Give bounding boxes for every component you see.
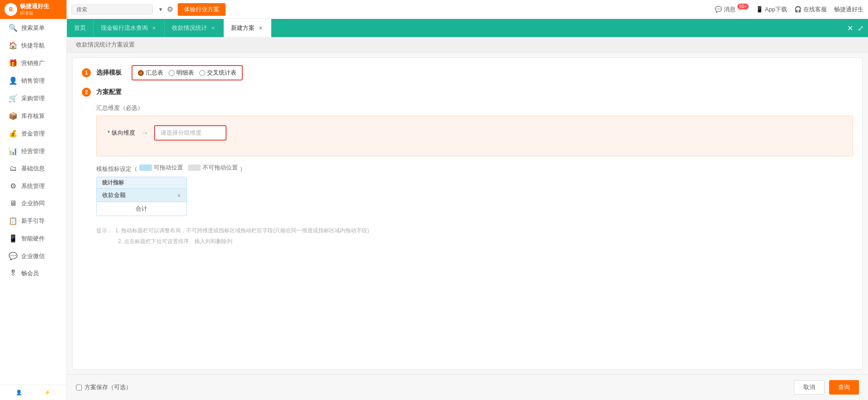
tip-prefix: 提示：: [96, 225, 113, 236]
step1-row: 1 选择模板 汇总表 明细表 交叉统计表: [82, 65, 853, 80]
trial-btn[interactable]: 体验行业方案: [178, 3, 226, 16]
online-service-btn[interactable]: 🎧 在线客服: [794, 5, 827, 14]
notif-label: 消息: [724, 5, 736, 14]
stats-box-item[interactable]: 收款金额 ∨: [97, 189, 186, 202]
close-window-icon[interactable]: ✕: [847, 24, 853, 33]
sidebar-item-smart-hardware[interactable]: 📱 智能硬件: [0, 230, 66, 247]
sidebar-label-sales: 销售管理: [21, 77, 45, 85]
member-icon: 🎖: [9, 269, 18, 278]
dimension-selector[interactable]: 请选择分组维度: [154, 125, 226, 141]
maximize-window-icon[interactable]: ⤢: [858, 24, 863, 33]
sidebar-item-quick-nav[interactable]: 🏠 快捷导航: [0, 37, 66, 54]
logo-text: 畅捷通好生: [20, 3, 49, 10]
service-icon: 🎧: [794, 6, 802, 13]
step1-badge: 1: [82, 68, 91, 77]
dimension-arrow-icon: →: [141, 128, 149, 138]
legend-fixed: 不可拖动位置: [188, 164, 238, 172]
sidebar-item-inventory[interactable]: 📦 库存核算: [0, 107, 66, 125]
sidebar-item-beginner-guide[interactable]: 📋 新手引导: [0, 212, 66, 230]
username-area[interactable]: 畅捷通好生: [834, 5, 863, 14]
sidebar-item-purchase[interactable]: 🛒 采购管理: [0, 89, 66, 107]
system-icon: ⚙: [9, 182, 18, 190]
tab-bar-actions: ✕ ⤢: [843, 19, 868, 37]
stats-box-header: 统计指标: [97, 177, 186, 189]
settings-icon[interactable]: ⚙: [167, 5, 173, 14]
bottom-actions: 取消 查询: [794, 380, 859, 395]
sidebar-item-finance[interactable]: 💰 资金管理: [0, 125, 66, 142]
radio-detail[interactable]: 明细表: [169, 69, 194, 77]
sidebar-label-enterprise-wechat: 企业微信: [21, 252, 45, 260]
tab-bank-flow-close-icon[interactable]: ✕: [151, 25, 157, 31]
sidebar-item-enterprise-wechat[interactable]: 💬 企业微信: [0, 247, 66, 265]
main-area: ▾ ⚙ 体验行业方案 💬 消息 99+ 📱 App下载 🎧 在线客服 畅捷通好生: [67, 0, 868, 400]
step2-row: 2 方案配置: [82, 88, 853, 97]
tab-bar: 首页 现金银行流水查询 ✕ 收款情况统计 ✕ 新建方案 ✕ ✕ ⤢: [67, 19, 868, 37]
sidebar-item-sales[interactable]: 👤 销售管理: [0, 72, 66, 89]
notification-btn[interactable]: 💬 消息 99+: [715, 5, 749, 14]
tab-home[interactable]: 首页: [67, 19, 94, 37]
tab-collection-stats[interactable]: 收款情况统计 ✕: [165, 19, 224, 37]
cancel-button[interactable]: 取消: [794, 380, 825, 395]
basic-info-icon: 🗂: [9, 165, 18, 173]
sidebar-item-system[interactable]: ⚙ 系统管理: [0, 177, 66, 195]
radio-summary-label: 汇总表: [146, 69, 163, 77]
sidebar-item-member[interactable]: 🎖 畅会员: [0, 265, 66, 282]
radio-summary-input[interactable]: [138, 70, 144, 76]
tab-collection-stats-close-icon[interactable]: ✕: [210, 25, 216, 31]
save-plan-checkbox-label[interactable]: 方案保存（可选）: [76, 383, 132, 391]
logo-icon: B: [5, 3, 17, 16]
content-area: 收款情况统计方案设置 1 选择模板 汇总表 明细表: [67, 37, 868, 400]
sidebar-label-quick-nav: 快捷导航: [21, 42, 45, 50]
app-download-btn[interactable]: 📱 App下载: [756, 5, 787, 14]
enterprise-wechat-icon: 💬: [9, 252, 18, 260]
top-header: ▾ ⚙ 体验行业方案 💬 消息 99+ 📱 App下载 🎧 在线客服 畅捷通好生: [67, 0, 868, 19]
logo-sub: 标准版: [20, 10, 49, 16]
sidebar-item-basic-info[interactable]: 🗂 基础信息: [0, 160, 66, 177]
sidebar-bottom-icon1[interactable]: 👤: [16, 390, 22, 395]
smart-hardware-icon: 📱: [9, 234, 18, 243]
sidebar-nav: 🔍 搜索菜单 🏠 快捷导航 🎁 营销推广 👤 销售管理 🛒 采购管理 📦 库存核…: [0, 19, 66, 385]
tip1-text: 1. 拖动标题栏可以调整布局，不可跨维度或指标区域拖动栏目字段(只能在同一维度或…: [115, 225, 369, 236]
subsection-dimension-title: 汇总维度（必选）: [96, 104, 853, 112]
form-section: 1 选择模板 汇总表 明细表 交叉统计表: [72, 57, 863, 370]
stats-box: 统计指标 收款金额 ∨ 合计: [96, 177, 187, 216]
sidebar-item-marketing[interactable]: 🎁 营销推广: [0, 54, 66, 72]
tab-new-plan-close-icon[interactable]: ✕: [257, 25, 264, 31]
page-title: 收款情况统计方案设置: [67, 37, 868, 53]
dropdown-chevron-icon[interactable]: ▾: [159, 6, 162, 13]
sidebar-label-basic-info: 基础信息: [21, 165, 45, 173]
radio-summary[interactable]: 汇总表: [138, 69, 163, 77]
sidebar-label-smart-hardware: 智能硬件: [21, 235, 45, 243]
tab-new-plan[interactable]: 新建方案 ✕: [224, 19, 271, 37]
tab-bank-flow-label: 现金银行流水查询: [101, 24, 148, 32]
fixed-label: 不可拖动位置: [203, 164, 238, 172]
search-menu-icon: 🔍: [9, 24, 18, 32]
sidebar-item-search-menu[interactable]: 🔍 搜索菜单: [0, 19, 66, 37]
radio-detail-input[interactable]: [169, 70, 175, 76]
radio-cross-label: 交叉统计表: [207, 69, 236, 77]
sidebar-item-enterprise-collab[interactable]: 🖥 企业协同: [0, 195, 66, 212]
subsection-dimension: 汇总维度（必选） * 纵向维度 → 请选择分组维度 模板指标设定（: [96, 104, 853, 247]
sales-icon: 👤: [9, 76, 18, 85]
step2-badge: 2: [82, 88, 91, 97]
header-right: 💬 消息 99+ 📱 App下载 🎧 在线客服 畅捷通好生: [715, 5, 863, 14]
sidebar-label-member: 畅会员: [21, 269, 39, 278]
stats-item-chevron-icon[interactable]: ∨: [177, 193, 181, 198]
radio-cross-input[interactable]: [199, 70, 205, 76]
sidebar-bottom-icon2[interactable]: ⚡: [44, 390, 51, 395]
tab-bank-flow[interactable]: 现金银行流水查询 ✕: [94, 19, 165, 37]
notif-badge: 99+: [737, 4, 749, 9]
save-plan-checkbox[interactable]: [76, 385, 82, 391]
sidebar-label-search-menu: 搜索菜单: [21, 24, 45, 32]
stats-box-footer: 合计: [97, 202, 186, 216]
message-icon: 💬: [715, 6, 722, 13]
metrics-config-title: 模板指标设定（ 可拖动位置 不可拖动位置 ）: [96, 164, 853, 173]
finance-icon: 💰: [9, 129, 18, 138]
legend-draggable: 可拖动位置: [139, 164, 183, 172]
draggable-label: 可拖动位置: [154, 164, 183, 172]
query-button[interactable]: 查询: [829, 380, 859, 395]
bottom-bar: 方案保存（可选） 取消 查询: [67, 374, 868, 400]
sidebar-item-operations[interactable]: 📊 经营管理: [0, 142, 66, 160]
radio-cross[interactable]: 交叉统计表: [199, 69, 236, 77]
search-input[interactable]: [71, 5, 153, 14]
